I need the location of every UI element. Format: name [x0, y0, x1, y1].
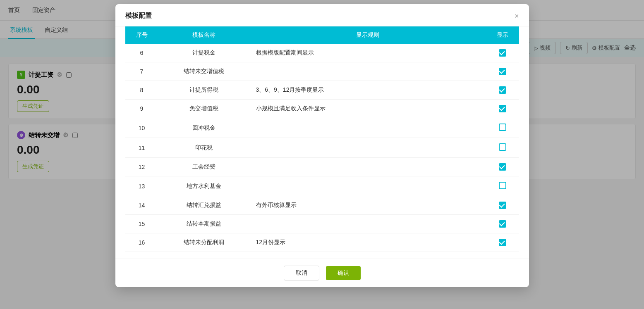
display-checkbox[interactable] — [499, 220, 506, 228]
cell-checkbox — [486, 81, 519, 100]
cell-checkbox — [486, 118, 519, 138]
display-checkbox[interactable] — [499, 163, 506, 171]
table-row: 9免交增值税小规模且满足收入条件显示 — [125, 100, 519, 118]
display-checkbox[interactable] — [499, 68, 506, 75]
cell-checkbox — [486, 233, 519, 252]
cell-seq: 10 — [125, 118, 158, 138]
cell-name: 结转未分配利润 — [158, 233, 249, 252]
col-seq: 序号 — [125, 26, 158, 44]
cell-name: 计提税金 — [158, 44, 249, 62]
cell-rule — [249, 215, 486, 233]
display-checkbox[interactable] — [499, 105, 506, 112]
cell-name: 免交增值税 — [158, 100, 249, 118]
table-row: 10回冲税金 — [125, 118, 519, 138]
cell-checkbox — [486, 138, 519, 158]
col-name: 模板名称 — [158, 26, 249, 44]
cell-name: 计提所得税 — [158, 81, 249, 100]
table-row: 12工会经费 — [125, 158, 519, 176]
cell-checkbox — [486, 62, 519, 81]
display-checkbox[interactable] — [499, 86, 506, 94]
table-row: 7结转未交增值税 — [125, 62, 519, 81]
cell-checkbox — [486, 158, 519, 176]
cell-rule: 12月份显示 — [249, 233, 486, 252]
modal-header: 模板配置 × — [115, 4, 529, 26]
cell-seq: 9 — [125, 100, 158, 118]
cell-checkbox — [486, 44, 519, 62]
modal-footer: 取消 确认 — [115, 259, 529, 287]
modal-overlay: 模板配置 × 序号 模板名称 显示规则 显示 6计提税金根据模版配置期间显示7结… — [0, 0, 644, 309]
cell-seq: 14 — [125, 196, 158, 215]
cell-rule — [249, 158, 486, 176]
table-row: 11印花税 — [125, 138, 519, 158]
table-row: 14结转汇兑损益有外币核算显示 — [125, 196, 519, 215]
modal-close-button[interactable]: × — [515, 12, 519, 20]
display-checkbox[interactable] — [499, 124, 506, 131]
cell-rule: 根据模版配置期间显示 — [249, 44, 486, 62]
cell-checkbox — [486, 176, 519, 196]
cell-seq: 16 — [125, 233, 158, 252]
table-row: 13地方水利基金 — [125, 176, 519, 196]
modal-title: 模板配置 — [125, 12, 152, 20]
cell-name: 结转未交增值税 — [158, 62, 249, 81]
display-checkbox[interactable] — [499, 202, 506, 209]
cell-rule: 小规模且满足收入条件显示 — [249, 100, 486, 118]
cell-seq: 6 — [125, 44, 158, 62]
cell-rule — [249, 62, 486, 81]
cell-name: 地方水利基金 — [158, 176, 249, 196]
cell-seq: 11 — [125, 138, 158, 158]
cell-seq: 12 — [125, 158, 158, 176]
cancel-button[interactable]: 取消 — [284, 266, 319, 280]
cell-checkbox — [486, 196, 519, 215]
config-table: 序号 模板名称 显示规则 显示 6计提税金根据模版配置期间显示7结转未交增值税8… — [125, 26, 519, 252]
cell-rule — [249, 176, 486, 196]
cell-seq: 7 — [125, 62, 158, 81]
display-checkbox[interactable] — [499, 239, 506, 246]
table-row: 16结转未分配利润12月份显示 — [125, 233, 519, 252]
cell-checkbox — [486, 215, 519, 233]
cell-name: 回冲税金 — [158, 118, 249, 138]
modal-template-config: 模板配置 × 序号 模板名称 显示规则 显示 6计提税金根据模版配置期间显示7结… — [115, 4, 529, 287]
display-checkbox[interactable] — [499, 182, 506, 189]
display-checkbox[interactable] — [499, 49, 506, 57]
cell-seq: 15 — [125, 215, 158, 233]
cell-name: 结转汇兑损益 — [158, 196, 249, 215]
cell-rule: 有外币核算显示 — [249, 196, 486, 215]
table-row: 15结转本期损益 — [125, 215, 519, 233]
cell-checkbox — [486, 100, 519, 118]
col-display: 显示 — [486, 26, 519, 44]
cell-name: 印花税 — [158, 138, 249, 158]
display-checkbox[interactable] — [499, 143, 506, 151]
cell-seq: 13 — [125, 176, 158, 196]
table-row: 6计提税金根据模版配置期间显示 — [125, 44, 519, 62]
modal-body: 序号 模板名称 显示规则 显示 6计提税金根据模版配置期间显示7结转未交增值税8… — [115, 26, 529, 259]
cell-rule: 3、6、9、12月按季度显示 — [249, 81, 486, 100]
cell-rule — [249, 118, 486, 138]
table-header-row: 序号 模板名称 显示规则 显示 — [125, 26, 519, 44]
cell-name: 结转本期损益 — [158, 215, 249, 233]
cell-rule — [249, 138, 486, 158]
confirm-button[interactable]: 确认 — [326, 266, 361, 280]
cell-seq: 8 — [125, 81, 158, 100]
table-row: 8计提所得税3、6、9、12月按季度显示 — [125, 81, 519, 100]
col-rule: 显示规则 — [249, 26, 486, 44]
cell-name: 工会经费 — [158, 158, 249, 176]
